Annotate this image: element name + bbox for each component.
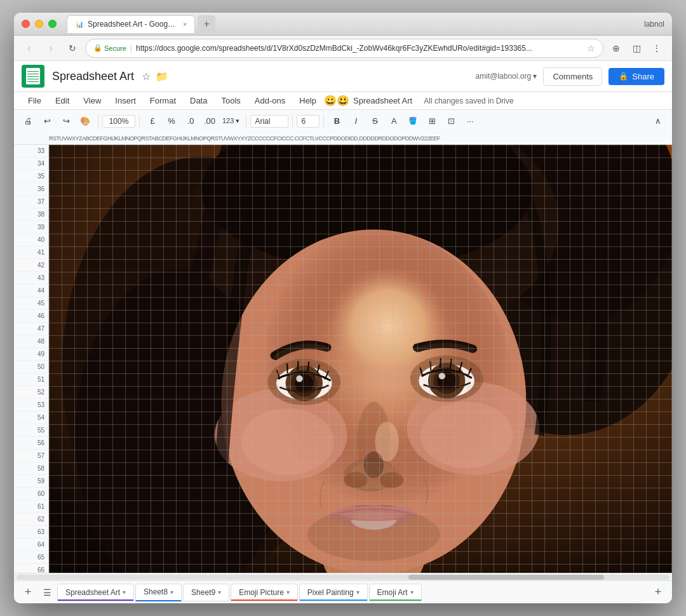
format-divider-5 (323, 115, 324, 128)
star-doc-button[interactable]: ☆ (142, 70, 151, 83)
address-bar[interactable]: 🔒 Secure | https://docs.google.com/sprea… (85, 39, 603, 58)
menu-tools[interactable]: Tools (215, 93, 246, 108)
bold-button[interactable]: B (328, 113, 346, 130)
decimal-decrease[interactable]: .0 (182, 113, 199, 130)
sheet-tab-emoji-art[interactable]: Emoji Art ▾ (369, 584, 422, 601)
svg-point-15 (241, 408, 334, 474)
font-size-selector[interactable]: 6 (297, 115, 319, 128)
menu-addons[interactable]: Add-ons (248, 93, 292, 108)
forward-button[interactable]: › (42, 39, 60, 57)
doc-actions: ☆ 📁 (142, 70, 168, 83)
row-number: 61 (14, 500, 48, 513)
svg-point-33 (344, 472, 368, 488)
sheet-tab-dropdown-icon[interactable]: ▾ (123, 589, 126, 596)
browser-window: 📊 Spreadsheet Art - Google She... × + la… (14, 13, 672, 603)
svg-point-35 (364, 452, 384, 478)
back-button[interactable]: ‹ (20, 39, 38, 57)
more-options-button[interactable]: ⋮ (648, 39, 666, 57)
new-tab-button[interactable]: + (198, 15, 215, 33)
paint-format-button[interactable]: 🎨 (76, 113, 94, 130)
menu-insert[interactable]: Insert (109, 93, 142, 108)
horizontal-scrollbar[interactable] (14, 573, 672, 580)
row-number: 66 (14, 564, 48, 573)
zoom-selector[interactable]: 100% (102, 115, 135, 128)
menu-format[interactable]: Format (144, 93, 182, 108)
format-divider-1 (98, 115, 98, 128)
comments-button[interactable]: Comments (543, 67, 602, 86)
row-number: 60 (14, 488, 48, 500)
sheet-tab-emoji-picture[interactable]: Emoji Picture ▾ (231, 584, 298, 601)
italic-button[interactable]: I (347, 113, 365, 130)
bookmark-star-icon[interactable]: ☆ (587, 43, 595, 53)
row-number: 35 (14, 170, 48, 183)
row-number: 43 (14, 272, 48, 285)
sheet-tab-dropdown-icon[interactable]: ▾ (218, 589, 221, 596)
more-button[interactable]: ··· (461, 113, 479, 130)
folder-button[interactable]: 📁 (156, 70, 168, 83)
address-url[interactable]: https://docs.google.com/spreadsheets/d/1… (136, 44, 583, 53)
decimal-increase[interactable]: .00 (201, 113, 219, 130)
fill-color-button[interactable]: 🪣 (404, 113, 422, 130)
doc-title[interactable]: Spreadsheet Art (52, 70, 134, 83)
undo-button[interactable]: ↩ (38, 113, 56, 130)
sheets-menu-button[interactable]: ☰ (38, 584, 56, 601)
menu-help[interactable]: Help (293, 93, 323, 108)
format-divider-2 (139, 115, 140, 128)
print-button[interactable]: 🖨 (19, 113, 37, 130)
menu-edit[interactable]: Edit (49, 93, 76, 108)
sheet-tab-spreadsheet-art[interactable]: Spreadsheet Art ▾ (57, 584, 134, 601)
row-number: 59 (14, 475, 48, 488)
share-lock-icon: 🔒 (619, 72, 628, 81)
merge-button[interactable]: ⊡ (442, 113, 460, 130)
grid-area[interactable] (49, 145, 672, 573)
scrollbar-thumb[interactable] (408, 575, 604, 580)
row-number: 34 (14, 157, 48, 170)
svg-point-31 (439, 373, 445, 379)
minimize-window-button[interactable] (35, 20, 43, 28)
sheet-tab-sheet8[interactable]: Sheet8 ▾ (135, 584, 182, 601)
share-label: Share (632, 72, 654, 81)
percent-button[interactable]: % (163, 113, 180, 130)
borders-button[interactable]: ⊞ (423, 113, 441, 130)
tab-close-button[interactable]: × (183, 20, 187, 28)
sheet-tab-dropdown-icon[interactable]: ▾ (170, 589, 173, 596)
maximize-window-button[interactable] (48, 20, 57, 28)
user-account[interactable]: amit@labnol.org ▾ (476, 72, 537, 81)
secure-label: Secure (104, 44, 126, 52)
svg-point-34 (380, 472, 404, 488)
active-tab[interactable]: 📊 Spreadsheet Art - Google She... × (67, 15, 195, 33)
currency-button[interactable]: £ (144, 113, 161, 130)
close-window-button[interactable] (22, 20, 30, 28)
row-number: 44 (14, 285, 48, 297)
more-formats-button[interactable]: 123 ▾ (220, 113, 242, 130)
sheet-tab-color-bar (231, 599, 297, 601)
menu-file[interactable]: File (22, 93, 48, 108)
redo-button[interactable]: ↪ (57, 113, 75, 130)
sheets-title-right: amit@labnol.org ▾ Comments 🔒 Share (476, 67, 664, 86)
sheet-tab-dropdown-icon[interactable]: ▾ (410, 589, 414, 596)
lock-icon: 🔒 (93, 44, 102, 52)
add-sheet-button[interactable]: + (19, 584, 37, 601)
strikethrough-button[interactable]: S (366, 113, 384, 130)
menu-view[interactable]: View (77, 93, 107, 108)
profiles-button[interactable]: ◫ (628, 39, 645, 57)
sheet-tab-pixel-painting[interactable]: Pixel Painting ▾ (299, 584, 368, 601)
row-number: 64 (14, 539, 48, 551)
refresh-button[interactable]: ↻ (64, 39, 81, 57)
scrollbar-track[interactable] (17, 575, 669, 580)
sheet-tab-sheet9[interactable]: Sheet9 ▾ (183, 584, 229, 601)
font-selector[interactable]: Arial (250, 115, 288, 128)
add-sheet-right-button[interactable]: + (649, 584, 667, 601)
extensions-button[interactable]: ⊕ (607, 39, 625, 57)
row-number: 47 (14, 323, 48, 335)
sheet-tab-dropdown-icon[interactable]: ▾ (356, 589, 360, 596)
formula-bar-toggle[interactable]: ∧ (649, 113, 667, 130)
sheet-tab-dropdown-icon[interactable]: ▾ (286, 589, 290, 596)
navigation-bar: ‹ › ↻ 🔒 Secure | https://docs.google.com… (14, 36, 672, 61)
share-button[interactable]: 🔒 Share (609, 68, 664, 85)
text-color-button[interactable]: A (385, 113, 403, 130)
menu-data[interactable]: Data (184, 93, 213, 108)
sheet-tab-label: Emoji Picture (239, 588, 284, 597)
sheet-tab-color-bar (58, 599, 133, 601)
sheets-logo (22, 65, 44, 88)
